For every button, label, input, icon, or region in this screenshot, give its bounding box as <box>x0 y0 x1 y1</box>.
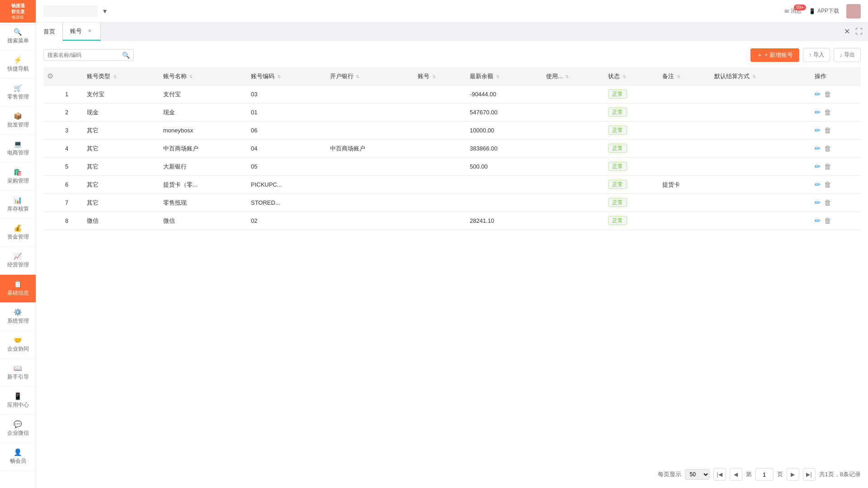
cell-balance: 10000.00 <box>466 122 542 140</box>
edit-button[interactable]: ✏ <box>815 126 821 135</box>
search-input[interactable] <box>47 52 122 58</box>
page-label: 页 <box>777 470 783 479</box>
edit-button[interactable]: ✏ <box>815 180 821 189</box>
cell-action: ✏ 🗑 <box>811 212 861 230</box>
delete-button[interactable]: 🗑 <box>824 217 831 225</box>
sidebar-item-label: 基础信息 <box>7 289 29 297</box>
cell-status: 正常 <box>604 122 659 140</box>
edit-button[interactable]: ✏ <box>815 216 821 225</box>
col-status: 状态 ⇅ <box>604 67 659 85</box>
cell-remark <box>659 103 711 122</box>
sidebar-item-system[interactable]: ⚙️ 系统管理 <box>0 303 36 331</box>
cell-bank <box>326 212 414 230</box>
page-first-button[interactable]: |◀ <box>713 468 726 481</box>
page-next-button[interactable]: ▶ <box>787 468 799 481</box>
sidebar-item-operations[interactable]: 📈 经营管理 <box>0 247 36 275</box>
sidebar-item-wholesale[interactable]: 📦 批发管理 <box>0 107 36 135</box>
delete-button[interactable]: 🗑 <box>824 145 831 153</box>
message-button[interactable]: ✉ 消息 99+ <box>784 7 802 15</box>
cell-action: ✏ 🗑 <box>811 194 861 212</box>
sidebar-item-label: 新手引导 <box>7 373 29 381</box>
inventory-icon: 📊 <box>14 196 22 204</box>
sidebar-item-label: 电商管理 <box>7 149 29 157</box>
add-icon: ＋ <box>757 51 763 59</box>
sidebar-item-member[interactable]: 👤 畅会员 <box>0 443 36 471</box>
cell-type: 其它 <box>83 158 160 176</box>
sidebar-item-purchase[interactable]: 🛍️ 采购管理 <box>0 163 36 191</box>
sidebar-item-wechat[interactable]: 💬 企业微信 <box>0 415 36 443</box>
avatar[interactable] <box>846 4 861 19</box>
sidebar-item-app-center[interactable]: 📱 应用中心 <box>0 387 36 415</box>
sidebar-item-label: 经营管理 <box>7 261 29 269</box>
cell-code: 05 <box>247 158 326 176</box>
page-goto-label: 第 <box>746 470 752 479</box>
cell-bank <box>326 194 414 212</box>
header-search-input[interactable] <box>43 5 98 17</box>
delete-button[interactable]: 🗑 <box>824 199 831 207</box>
edit-button[interactable]: ✏ <box>815 162 821 171</box>
tab-account[interactable]: 账号 ✕ <box>63 23 101 41</box>
cell-settings <box>43 158 61 176</box>
edit-button[interactable]: ✏ <box>815 198 821 207</box>
page-content: 🔍 ＋ + 新增账号 ↑ 导入 ↓ 导出 <box>36 41 868 488</box>
export-button[interactable]: ↓ 导出 <box>834 48 861 62</box>
delete-button[interactable]: 🗑 <box>824 163 831 171</box>
tab-account-close[interactable]: ✕ <box>86 28 93 34</box>
status-badge: 正常 <box>608 198 627 207</box>
cell-name: 中百商场账户 <box>160 140 247 158</box>
sidebar-item-basic-info[interactable]: 📋 基础信息 <box>0 275 36 303</box>
app-center-icon: 📱 <box>14 392 22 400</box>
sidebar-item-retail[interactable]: 🛒 零售管理 <box>0 79 36 107</box>
export-icon: ↓ <box>840 52 842 58</box>
per-page-label: 每页显示 <box>658 470 681 479</box>
sidebar-item-quick-nav[interactable]: ⚡ 快捷导航 <box>0 51 36 79</box>
cell-usage <box>542 194 604 212</box>
delete-button[interactable]: 🗑 <box>824 127 831 135</box>
sidebar-item-label: 资金管理 <box>7 233 29 241</box>
sidebar-item-label: 采购管理 <box>7 177 29 185</box>
delete-button[interactable]: 🗑 <box>824 90 831 99</box>
cell-default-payment <box>711 176 811 194</box>
sidebar-item-guide[interactable]: 📖 新手引导 <box>0 359 36 387</box>
sidebar-item-ecommerce[interactable]: 💻 电商管理 <box>0 135 36 163</box>
sidebar-item-finance[interactable]: 💰 资金管理 <box>0 219 36 247</box>
cell-action: ✏ 🗑 <box>811 158 861 176</box>
cell-type: 其它 <box>83 122 160 140</box>
edit-button[interactable]: ✏ <box>815 144 821 153</box>
col-account: 账号 ⇅ <box>414 67 466 85</box>
cell-code: STORED... <box>247 194 326 212</box>
status-badge: 正常 <box>608 108 627 117</box>
sidebar-item-search-menu[interactable]: 🔍 搜索菜单 <box>0 23 36 51</box>
delete-button[interactable]: 🗑 <box>824 108 831 117</box>
sidebar-item-enterprise[interactable]: 🤝 企业协同 <box>0 331 36 359</box>
tab-close-button[interactable]: ✕ <box>842 25 852 38</box>
tab-expand-button[interactable]: ⛶ <box>854 26 864 38</box>
cell-index: 1 <box>61 85 83 103</box>
cell-type: 其它 <box>83 176 160 194</box>
add-account-button[interactable]: ＋ + 新增账号 <box>750 48 799 62</box>
cell-code: 03 <box>247 85 326 103</box>
page-number-input[interactable] <box>755 468 774 481</box>
cell-action: ✏ 🗑 <box>811 103 861 122</box>
page-size-select[interactable]: 50 20 100 <box>685 469 710 480</box>
edit-button[interactable]: ✏ <box>815 108 821 117</box>
edit-button[interactable]: ✏ <box>815 90 821 99</box>
cell-default-payment <box>711 122 811 140</box>
search-icon[interactable]: 🔍 <box>122 52 130 59</box>
import-button[interactable]: ↑ 导入 <box>803 48 830 62</box>
tab-home[interactable]: 首页 <box>36 23 63 41</box>
page-prev-button[interactable]: ◀ <box>730 468 742 481</box>
settings-icon[interactable]: ⚙ <box>47 72 53 80</box>
app-download-button[interactable]: 📱 APP下载 <box>809 7 839 15</box>
delete-button[interactable]: 🗑 <box>824 181 831 189</box>
cell-action: ✏ 🗑 <box>811 85 861 103</box>
table-row: 6 其它 提货卡（零... PICKUPC... 正常 提货卡 ✏ 🗑 <box>43 176 861 194</box>
header-dropdown-button[interactable]: ▾ <box>101 5 108 17</box>
page-last-button[interactable]: ▶| <box>803 468 816 481</box>
tab-account-label: 账号 <box>70 27 82 35</box>
sidebar-item-inventory[interactable]: 📊 库存核算 <box>0 191 36 219</box>
tab-bar: 首页 账号 ✕ ✕ ⛶ <box>36 23 868 41</box>
cell-status: 正常 <box>604 140 659 158</box>
status-badge: 正常 <box>608 89 627 99</box>
cell-remark <box>659 122 711 140</box>
